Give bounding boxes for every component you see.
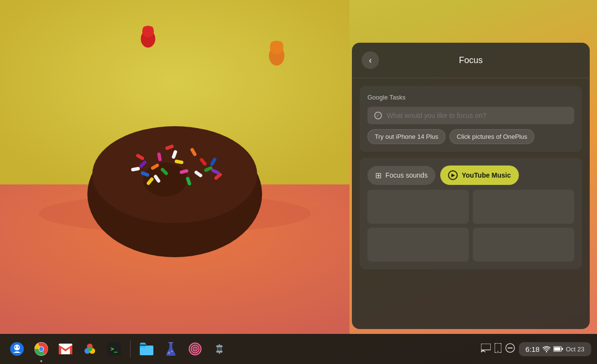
taskbar-apps: >_ <box>6 338 481 360</box>
svg-point-57 <box>217 347 221 351</box>
svg-rect-58 <box>481 344 491 350</box>
task-chip-oneplus[interactable]: Click pictures of OnePlus <box>449 129 534 144</box>
svg-point-38 <box>18 347 19 348</box>
svg-rect-65 <box>562 348 563 350</box>
svg-point-37 <box>15 347 17 348</box>
placeholder-tile-1 <box>367 190 469 224</box>
taskbar-app-google-assistant[interactable] <box>6 338 28 360</box>
svg-point-41 <box>39 347 44 351</box>
task-chip-iphone[interactable]: Try out iPhone 14 Plus <box>367 129 446 144</box>
focus-sounds-label: Focus sounds <box>385 171 428 179</box>
wifi-icon <box>543 346 550 352</box>
placeholder-tile-2 <box>473 190 574 224</box>
terminal-icon-inner: >_ <box>107 342 121 356</box>
task-chips-container: Try out iPhone 14 Plus Click pictures of… <box>367 129 574 144</box>
focus-input[interactable] <box>387 112 567 119</box>
google-tasks-label: Google Tasks <box>367 94 574 101</box>
media-placeholder-tiles <box>367 190 574 262</box>
task-check-icon <box>374 112 382 119</box>
phone-icon[interactable] <box>495 343 501 355</box>
focus-header: ‹ Focus <box>352 43 590 78</box>
screen-cast-icon[interactable] <box>481 344 491 355</box>
placeholder-tile-3 <box>367 228 469 262</box>
taskbar-app-settings[interactable] <box>208 338 231 360</box>
battery-icon <box>553 346 563 352</box>
back-button[interactable]: ‹ <box>362 51 379 69</box>
media-section: ⊞ Focus sounds ▶ YouTube Music <box>360 158 582 269</box>
focus-input-container[interactable] <box>367 107 574 124</box>
svg-point-50 <box>171 351 173 352</box>
youtube-music-label: YouTube Music <box>462 171 511 179</box>
svg-point-46 <box>87 347 92 351</box>
taskbar-app-gmail[interactable] <box>54 338 77 360</box>
svg-point-49 <box>168 352 170 354</box>
placeholder-tile-4 <box>473 228 574 262</box>
do-not-disturb-icon[interactable] <box>505 343 515 355</box>
svg-point-33 <box>270 41 277 48</box>
focus-sounds-button[interactable]: ⊞ Focus sounds <box>367 166 435 185</box>
svg-point-34 <box>276 41 283 48</box>
svg-rect-66 <box>554 347 560 351</box>
taskbar-app-files[interactable] <box>135 338 158 360</box>
svg-point-36 <box>14 345 20 350</box>
datetime-area[interactable]: 6:18 Oct 23 <box>519 342 592 356</box>
taskbar-app-photos[interactable] <box>79 338 101 360</box>
media-buttons-row: ⊞ Focus sounds ▶ YouTube Music <box>367 165 574 185</box>
taskbar-app-lab[interactable] <box>160 338 182 360</box>
focus-sounds-icon: ⊞ <box>375 171 381 180</box>
youtube-play-icon: ▶ <box>448 170 458 180</box>
svg-point-55 <box>195 348 196 350</box>
google-tasks-section: Google Tasks Try out iPhone 14 Plus Clic… <box>360 86 582 152</box>
taskbar-app-terminal[interactable]: >_ <box>103 338 125 360</box>
taskbar-app-chrome[interactable] <box>30 338 52 360</box>
taskbar: >_ <box>0 334 597 364</box>
taskbar-app-connection-settings[interactable] <box>184 338 206 360</box>
youtube-music-button[interactable]: ▶ YouTube Music <box>440 165 518 185</box>
taskbar-divider <box>130 340 131 358</box>
clock-time: 6:18 <box>526 345 540 353</box>
svg-rect-48 <box>140 346 146 347</box>
taskbar-status-area: 6:18 Oct 23 <box>481 342 592 356</box>
focus-panel: ‹ Focus Google Tasks Try out iPhone 14 P… <box>352 43 590 329</box>
date-display: Oct 23 <box>566 346 584 353</box>
svg-point-30 <box>148 26 153 32</box>
focus-body: Google Tasks Try out iPhone 14 Plus Clic… <box>352 78 590 329</box>
wallpaper-image <box>0 0 349 335</box>
svg-rect-51 <box>168 342 173 343</box>
focus-title: Focus <box>459 55 482 66</box>
svg-point-61 <box>498 351 498 352</box>
